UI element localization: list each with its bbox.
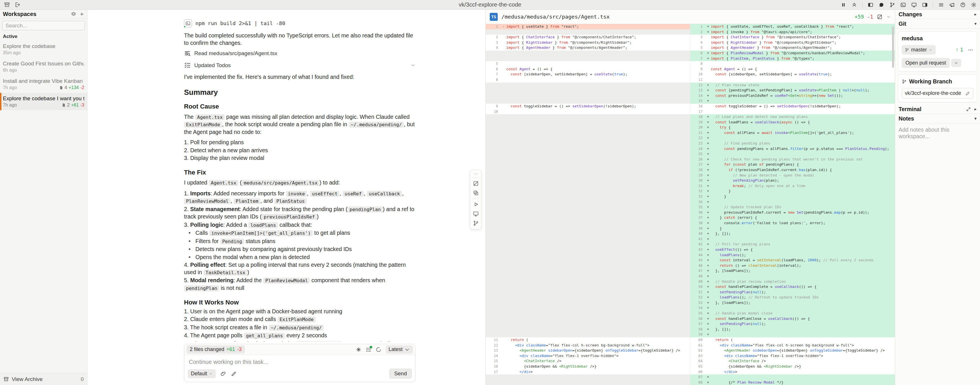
diff-row: 53+ }, [loadPlans]);	[690, 300, 895, 305]
help-icon[interactable]	[960, 2, 966, 8]
settings-icon[interactable]	[971, 2, 977, 8]
view-archive-button[interactable]: View Archive 0	[0, 373, 87, 385]
ordered-list: 4. Polling effect: Set up a polling inte…	[184, 261, 415, 292]
tool-call-row[interactable]: Updated Todos	[184, 62, 415, 69]
git-branch-icon[interactable]	[473, 220, 479, 226]
model-dropdown[interactable]: Default	[188, 369, 216, 378]
collapse-all-icon[interactable]	[851, 2, 857, 8]
copy-icon[interactable]	[473, 190, 479, 196]
git-section-header[interactable]: Git ▾	[895, 19, 980, 29]
expand-icon[interactable]	[966, 107, 971, 112]
menu-icon[interactable]	[938, 2, 944, 8]
main-layout: Workspaces Active Explore the codebase35…	[0, 10, 980, 385]
diff-filler-row	[486, 253, 690, 258]
base-branch-dropdown[interactable]: master	[902, 45, 936, 54]
diff-row: 16 const toggleSidebar = () => setSideba…	[690, 104, 895, 109]
diff-filler-row	[486, 146, 690, 152]
monitor-icon[interactable]	[473, 211, 479, 217]
chevron-down-icon[interactable]	[886, 14, 891, 19]
chat-icon[interactable]	[878, 2, 884, 8]
spinner-icon[interactable]	[376, 347, 382, 352]
diff-row: 67+	[690, 374, 895, 380]
diff-filler-row	[486, 194, 690, 199]
diff-row: 5import { AgentHeader } from "@/componen…	[690, 45, 895, 51]
diff-row: 32+ }	[690, 188, 895, 194]
send-button[interactable]: Send	[390, 369, 412, 379]
diff-filler-row	[486, 284, 690, 290]
terminal-section-header[interactable]: Terminal ▸	[895, 105, 980, 114]
drag-handle-icon[interactable]	[473, 173, 479, 175]
working-branch-value: vk/3ccf-explore-the-code	[905, 90, 961, 96]
diff-row: 20+ try {	[690, 125, 895, 130]
tool-call-row[interactable]: npm run build 2>&1 | tail -80	[184, 19, 415, 27]
workspace-item[interactable]: Install and integrate Vibe Kanban Web7h …	[0, 75, 87, 93]
pull-request-options-button[interactable]	[951, 59, 961, 67]
diff-view-icon[interactable]	[473, 180, 479, 186]
notes-input[interactable]: Add notes about this workspace...	[895, 123, 980, 143]
diff-view-toggle-icon[interactable]	[877, 14, 883, 20]
chevron-down-icon[interactable]	[410, 62, 415, 68]
sparkle-icon[interactable]	[356, 347, 361, 352]
diff-additions: +59	[854, 14, 864, 20]
workspace-stats: 4+134-2	[59, 85, 84, 90]
diff-filler-row	[486, 188, 690, 194]
version-dropdown[interactable]: Latest	[386, 345, 413, 353]
diff-row: 40+ }, []);	[690, 231, 895, 237]
git-branch-icon[interactable]	[889, 2, 895, 8]
diff-filler-row	[486, 135, 690, 141]
diff-row: 31+ break; // Only open one at a time	[690, 183, 895, 189]
workspace-item[interactable]: Explore the codebase35m ago	[0, 41, 87, 58]
open-pull-request-button[interactable]: Open pull request	[902, 58, 950, 68]
paperclip-icon[interactable]	[220, 371, 226, 377]
workspace-item[interactable]: Create Good First Issues on Github So p6…	[0, 58, 87, 75]
diff-filler-row	[486, 290, 690, 295]
diff-row: 60 return (	[690, 337, 895, 343]
pause-icon[interactable]	[841, 2, 846, 8]
notes-section-header[interactable]: Notes ▾	[895, 114, 980, 123]
terminal-icon	[184, 19, 192, 27]
more-menu-icon[interactable]	[968, 47, 974, 53]
diff-row: 7+import { PlanItem, PlanStatus } from "…	[690, 56, 895, 61]
diff-row: 11 return (	[486, 337, 690, 343]
diff-row: 64 <ChatInterface />	[690, 358, 895, 364]
diff-row: 12+ // Plan review state	[690, 83, 895, 88]
diff-filler-row	[486, 162, 690, 167]
terminal-icon[interactable]	[900, 2, 906, 8]
panel-right-icon[interactable]	[922, 2, 928, 8]
todos-icon	[184, 62, 191, 68]
scrollbar[interactable]	[892, 26, 894, 68]
message-input[interactable]: Continue working on this task...	[184, 355, 415, 366]
diff-row: 35+ // Update tracked plan IDs	[690, 205, 895, 210]
divider	[472, 178, 479, 178]
chat-panel: npm run build 2>&1 | tail -80The build c…	[88, 10, 486, 385]
diff-filler-row	[486, 51, 690, 56]
pencil-icon[interactable]	[966, 91, 970, 95]
additions-count: +61	[226, 347, 235, 352]
ordered-list: 1. Imports: Added necessary imports for …	[184, 190, 415, 229]
plus-icon[interactable]	[80, 12, 84, 17]
diff-filler-row	[486, 205, 690, 210]
divider	[933, 2, 933, 8]
diff-filler-row	[486, 247, 690, 253]
play-icon[interactable]	[473, 201, 479, 207]
monitor-icon[interactable]	[911, 2, 917, 8]
panel-left-icon[interactable]	[868, 2, 873, 8]
files-changed-chip[interactable]: 2 files changed +61 -3	[186, 345, 245, 353]
pen-icon[interactable]	[231, 371, 237, 377]
chat-paragraph: The build completed successfully with no…	[184, 32, 415, 46]
changes-section-header[interactable]: Changes ▸	[895, 10, 980, 19]
chat-paragraph: I've implemented the fix. Here's a summa…	[184, 73, 415, 81]
files-changed-label: 2 files changed	[190, 347, 224, 352]
workspace-item[interactable]: Explore the codebase I want you to exp7h…	[0, 93, 87, 110]
diff-filler-row	[486, 321, 690, 327]
search-input[interactable]	[2, 21, 85, 30]
chat-subheading: Root Cause	[184, 103, 415, 110]
list-item: 1. Imports: Added necessary imports for …	[184, 190, 415, 205]
list-item: 2. Claude enters plan mode and calls Exi…	[184, 316, 415, 323]
megaphone-icon[interactable]	[949, 2, 955, 8]
tool-call-row[interactable]: Read medusa/src/pages/Agent.tsx	[184, 50, 415, 57]
working-branch-input[interactable]: vk/3ccf-explore-the-code	[902, 88, 974, 99]
todos-icon[interactable]	[366, 347, 371, 352]
chevron-down-icon	[954, 61, 958, 65]
layers-icon[interactable]	[71, 12, 76, 17]
